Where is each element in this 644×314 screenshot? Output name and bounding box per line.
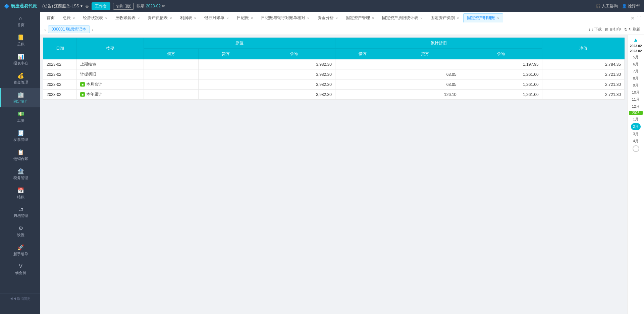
timeline-month[interactable]: 6月 (630, 61, 642, 68)
timeline-scroll-up[interactable]: ▲ (633, 36, 639, 44)
refresh-button[interactable]: ↻ ↻ 刷新 (624, 27, 640, 32)
workbench-button[interactable]: 工作台 (92, 2, 110, 10)
tab-operation[interactable]: 经营状况表× (79, 13, 111, 22)
top-bar-right: 🎧 人工咨询 👤 徐泽华 (596, 3, 640, 9)
tab-close-bank-check[interactable]: × (307, 16, 309, 20)
cell-orig-balance: 3,982.30 (253, 90, 335, 100)
tab-close-bank[interactable]: × (226, 16, 228, 20)
reports-icon: 📊 (17, 53, 24, 60)
tab-close-operation[interactable]: × (105, 16, 107, 20)
timeline-month[interactable]: 3月 (629, 130, 643, 138)
sidebar-item-fixed-assets[interactable]: 🏢 固定资产 (0, 88, 40, 107)
tab-close-fixed-mgmt[interactable]: × (372, 16, 374, 20)
tab-fixed-mgmt[interactable]: 固定资产管理× (342, 13, 378, 22)
tab-bar: 首页总账×经营状况表×应收账龄表×资产负债表×利润表×银行对账单×日记账×日记账… (40, 12, 644, 24)
table-row: 2023-02 上期结转 3,982.30 1,197.95 2,784.35 (43, 59, 625, 69)
tab-balance[interactable]: 资产负债表× (144, 13, 175, 22)
sidebar-item-close[interactable]: 📅 结账 (0, 184, 40, 203)
tab-close-fixed-deprec[interactable]: × (420, 16, 422, 20)
tab-close-fixed-type[interactable]: × (457, 16, 459, 20)
table-row: 2023-02 ■本月合计 3,982.30 63.05 1,261.00 2,… (43, 80, 625, 90)
tab-close-ledger[interactable]: × (73, 16, 75, 20)
print-button[interactable]: ⊟ ⊟ 打印 (605, 27, 621, 32)
sidebar-item-sales[interactable]: 📋 进销台账 (0, 146, 40, 165)
timeline-month[interactable]: 10月 (630, 89, 642, 96)
cell-net-value: 2,721.30 (542, 90, 624, 100)
tab-close-all[interactable]: ✕ (631, 15, 635, 21)
period-edit-icon[interactable]: ✏ (162, 4, 165, 8)
copy-icon[interactable]: ⊕ (85, 4, 89, 9)
sidebar-item-member[interactable]: V 畅会员 (0, 260, 40, 279)
col-date: 日期 (43, 38, 77, 59)
timeline-month[interactable]: 12月 (630, 103, 642, 110)
tab-bank-check[interactable]: 日记账与银行对账单核对× (257, 13, 313, 22)
cell-orig-credit (198, 59, 253, 69)
sidebar: ⌂ 首页 📒 总账 📊 报表中心 💰 资金管理 🏢 固定资产 💵 工资 🧾 发票… (0, 12, 40, 314)
cell-orig-credit (198, 90, 253, 100)
cell-summary: ■本年累计 (77, 90, 144, 100)
cell-net-value: 2,784.35 (542, 59, 624, 69)
download-button[interactable]: ↓ ↓ 下载 (588, 27, 602, 32)
tab-maximize[interactable]: ⛶ (637, 15, 641, 21)
tab-fund-analysis[interactable]: 资金分析× (314, 13, 341, 22)
sidebar-item-home[interactable]: ⌂ 首页 (0, 12, 40, 31)
member-icon: V (19, 263, 22, 269)
sidebar-item-capital[interactable]: 💰 资金管理 (0, 69, 40, 88)
sidebar-item-tax[interactable]: 🏦 税务管理 (0, 165, 40, 184)
col-summary: 摘要 (77, 38, 144, 59)
sidebar-item-ledger[interactable]: 📒 总账 (0, 31, 40, 50)
cell-summary: 计提折旧 (77, 69, 144, 80)
sidebar-item-guide[interactable]: 🚀 新手引导 (0, 241, 40, 260)
cell-orig-credit (198, 69, 253, 80)
sidebar-label-close: 结账 (17, 195, 24, 200)
avatar-icon: 👤 (622, 4, 627, 8)
timeline-month[interactable]: 8月 (630, 75, 642, 82)
breadcrumb-current[interactable]: 000001 联想笔记本 (48, 25, 90, 33)
tab-home[interactable]: 首页 (43, 13, 58, 22)
tab-close-receivable[interactable]: × (138, 16, 140, 20)
tab-receivable[interactable]: 应收账龄表× (112, 13, 143, 22)
timeline-month[interactable]: 1月 (629, 116, 643, 123)
cell-dep-credit: 126.10 (390, 90, 460, 100)
tab-fixed-deprec[interactable]: 固定资产折旧统计表× (378, 13, 426, 22)
tab-profit[interactable]: 利润表× (176, 13, 200, 22)
table-scroll[interactable]: 日期 摘要 原值 累计折旧 净值 借方 贷方 余额 借方 贷方 余额 (40, 35, 627, 314)
company-selector[interactable]: (劝告) 江西服垒-LSS ▾ (42, 3, 83, 9)
tab-journal[interactable]: 日记账× (233, 13, 257, 22)
tab-fixed-type[interactable]: 固定资产类别× (427, 13, 463, 22)
toolbar-actions: ↓ ↓ 下载 ⊟ ⊟ 打印 ↻ ↻ 刷新 (588, 27, 640, 32)
tab-ledger[interactable]: 总账× (59, 13, 78, 22)
timeline-month[interactable]: 7月 (630, 68, 642, 75)
timeline-month[interactable]: 5月 (630, 54, 642, 61)
table-row: 2023-02 ■本年累计 3,982.30 126.10 1,261.00 2… (43, 90, 625, 100)
sidebar-item-reports[interactable]: 📊 报表中心 (0, 50, 40, 69)
support-button[interactable]: 🎧 人工咨询 (596, 3, 618, 9)
salary-icon: 💵 (17, 111, 24, 117)
sidebar-footer-pin[interactable]: ◀◀ 取消固定 (0, 294, 40, 304)
tab-close-balance[interactable]: × (170, 16, 172, 20)
tab-bank[interactable]: 银行对账单× (201, 13, 232, 22)
switch-version-button[interactable]: 切到旧版 (113, 3, 134, 10)
tab-close-fund-analysis[interactable]: × (336, 16, 338, 20)
timeline-circle[interactable] (633, 145, 639, 152)
sidebar-item-salary[interactable]: 💵 工资 (0, 107, 40, 126)
sidebar-item-invoice[interactable]: 🧾 发票管理 (0, 126, 40, 146)
timeline-month[interactable]: 2月 (631, 123, 641, 130)
sidebar-item-settings[interactable]: ⚙ 设置 (0, 222, 40, 241)
breadcrumb-prev[interactable]: ‹ (44, 27, 46, 32)
tab-fixed-detail[interactable]: 固定资产明细账× (463, 13, 503, 22)
cell-orig-credit (198, 80, 253, 90)
sidebar-item-archive[interactable]: 🗂 归档管理 (0, 203, 40, 222)
tab-close-journal[interactable]: × (251, 16, 253, 20)
timeline-panel: ▲ 2023.02 2023.02 5月6月7月8月9月10月11月12月 20… (627, 35, 644, 314)
tab-close-profit[interactable]: × (194, 16, 196, 20)
timeline-month[interactable]: 11月 (630, 96, 642, 103)
tab-close-fixed-detail[interactable]: × (497, 16, 499, 20)
timeline-month[interactable]: 9月 (630, 82, 642, 89)
breadcrumb-next[interactable]: › (92, 27, 94, 32)
timeline-month[interactable]: 4月 (629, 138, 643, 145)
breadcrumb-bar: ‹ 000001 联想笔记本 › ↓ ↓ 下载 ⊟ ⊟ 打印 ↻ ↻ 刷新 (40, 24, 644, 35)
content-area: 首页总账×经营状况表×应收账龄表×资产负债表×利润表×银行对账单×日记账×日记账… (40, 12, 644, 314)
user-avatar[interactable]: 👤 徐泽华 (622, 3, 640, 9)
company-dropdown-icon[interactable]: ▾ (80, 4, 83, 8)
